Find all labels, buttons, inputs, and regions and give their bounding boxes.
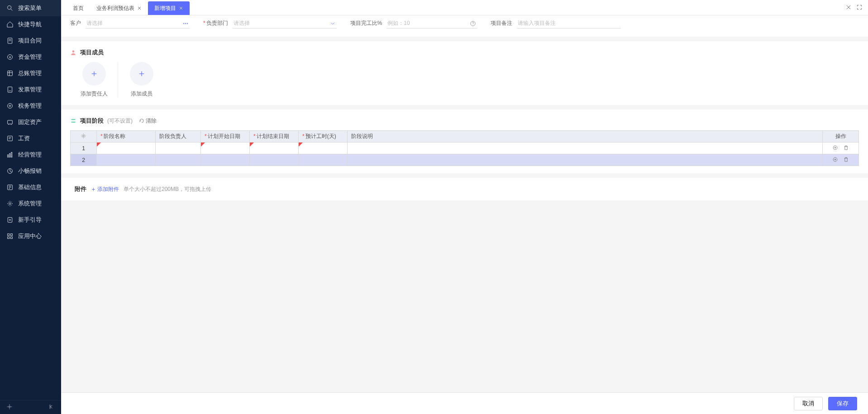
svg-rect-52 xyxy=(71,122,75,123)
delete-row-icon[interactable] xyxy=(841,157,851,164)
cell-stage-desc[interactable] xyxy=(348,154,823,166)
table-row[interactable]: 1 xyxy=(71,143,859,154)
sidebar-item-system[interactable]: 系统管理 xyxy=(0,195,61,212)
sidebar-item-label: 资金管理 xyxy=(18,53,42,61)
salary-icon xyxy=(6,135,14,142)
cell-stage-name[interactable] xyxy=(97,154,156,166)
sidebar-item-tax[interactable]: 税务管理 xyxy=(0,98,61,114)
add-attachment-button[interactable]: 添加附件 xyxy=(91,186,119,193)
tab-profit-estimate[interactable]: 业务利润预估表 xyxy=(90,1,148,15)
field-progress: 项目完工比% xyxy=(350,18,477,29)
field-label: 项目完工比% xyxy=(350,19,382,27)
cell-stage-name[interactable] xyxy=(97,143,156,154)
panel-attachments: 附件 添加附件 单个大小不超过200MB，可拖拽上传 xyxy=(61,178,868,200)
tab-new-project[interactable]: 新增项目 xyxy=(148,1,190,15)
svg-rect-10 xyxy=(8,87,12,92)
sidebar-item-fund[interactable]: ¥ 资金管理 xyxy=(0,49,61,65)
sidebar-item-search[interactable]: 搜索菜单 xyxy=(0,0,61,16)
sidebar-item-invoice[interactable]: 发票管理 xyxy=(0,81,61,98)
main: 首页 业务利润预估表 新增项目 客户 *负责部门 xyxy=(61,0,868,414)
collapse-icon[interactable] xyxy=(48,404,55,411)
chevron-down-icon[interactable] xyxy=(329,20,336,27)
cell-plan-start[interactable] xyxy=(201,154,250,166)
field-label: 项目备注 xyxy=(491,19,512,27)
panel-title: 项目成员 xyxy=(80,48,104,57)
sidebar-item-ledger[interactable]: 总账管理 xyxy=(0,65,61,81)
cell-plan-end[interactable] xyxy=(250,154,299,166)
money-icon: ¥ xyxy=(6,53,14,61)
panel-head: 附件 添加附件 单个大小不超过200MB，可拖拽上传 xyxy=(70,185,859,193)
more-icon[interactable] xyxy=(182,20,189,27)
row-index: 1 xyxy=(71,143,97,154)
col-stage-name: *阶段名称 xyxy=(97,131,156,143)
svg-rect-32 xyxy=(10,237,12,238)
help-icon[interactable] xyxy=(470,20,476,27)
required-marker xyxy=(250,143,254,147)
add-row-icon[interactable] xyxy=(830,146,840,152)
svg-text:¥: ¥ xyxy=(9,56,11,59)
required-marker xyxy=(97,143,101,147)
guide-icon xyxy=(6,216,14,224)
delete-row-icon[interactable] xyxy=(841,146,851,152)
sidebar-item-asset[interactable]: 固定资产 xyxy=(0,114,61,130)
sidebar-item-label: 小畅报销 xyxy=(18,167,42,175)
save-button[interactable]: 保存 xyxy=(828,397,857,410)
close-icon[interactable] xyxy=(137,6,142,10)
cell-plan-end[interactable] xyxy=(250,143,299,154)
settings-icon[interactable] xyxy=(6,404,13,411)
gear-icon xyxy=(81,134,86,140)
svg-rect-12 xyxy=(8,120,13,124)
app-icon xyxy=(6,233,14,240)
sidebar-item-salary[interactable]: 工资 xyxy=(0,130,61,147)
col-plan-end: *计划结束日期 xyxy=(250,131,299,143)
table-row[interactable]: 2 xyxy=(71,154,859,166)
cancel-button[interactable]: 取消 xyxy=(794,397,823,410)
sidebar-item-label: 项目合同 xyxy=(18,37,42,45)
sidebar-item-appcenter[interactable]: 应用中心 xyxy=(0,228,61,244)
sidebar-item-label: 固定资产 xyxy=(18,118,42,126)
tab-home[interactable]: 首页 xyxy=(67,1,90,15)
close-icon[interactable] xyxy=(179,6,183,10)
svg-point-45 xyxy=(473,24,473,25)
remark-input[interactable] xyxy=(517,18,621,29)
stage-icon xyxy=(70,118,76,124)
sidebar-item-report[interactable]: 小畅报销 xyxy=(0,163,61,179)
cell-est-hours[interactable] xyxy=(299,143,348,154)
progress-input[interactable] xyxy=(386,18,477,29)
form-row: 客户 *负责部门 项目完工比% xyxy=(61,15,868,37)
add-owner-button[interactable] xyxy=(82,62,106,86)
manage-icon xyxy=(6,151,14,158)
col-settings[interactable] xyxy=(71,131,97,143)
field-remark: 项目备注 xyxy=(491,18,621,29)
sidebar: 搜索菜单 快捷导航 项目合同 ¥ 资金管理 总账管理 发票管理 税务管理 固定资 xyxy=(0,0,61,414)
sidebar-item-baseinfo[interactable]: 基础信息 xyxy=(0,179,61,195)
add-owner-label: 添加责任人 xyxy=(81,90,108,98)
add-member-button[interactable] xyxy=(130,62,153,86)
cell-est-hours[interactable] xyxy=(299,154,348,166)
add-row-icon[interactable] xyxy=(830,157,840,164)
close-panel-icon[interactable] xyxy=(845,4,852,12)
sidebar-item-contract[interactable]: 项目合同 xyxy=(0,33,61,49)
cell-stage-desc[interactable] xyxy=(348,143,823,154)
sidebar-item-label: 快捷导航 xyxy=(18,20,42,29)
asset-icon xyxy=(6,119,14,126)
sidebar-footer xyxy=(0,400,61,414)
sidebar-item-quicknav[interactable]: 快捷导航 xyxy=(0,16,61,33)
clear-stages-button[interactable]: 清除 xyxy=(139,117,157,125)
cell-stage-person[interactable] xyxy=(156,143,201,154)
cell-stage-person[interactable] xyxy=(156,154,201,166)
cell-ops xyxy=(823,143,859,154)
svg-rect-31 xyxy=(8,237,10,238)
sidebar-item-label: 发票管理 xyxy=(18,86,42,94)
svg-point-46 xyxy=(72,50,75,52)
cell-plan-start[interactable] xyxy=(201,143,250,154)
department-select[interactable] xyxy=(233,18,337,29)
fullscreen-icon[interactable] xyxy=(856,4,863,12)
sidebar-item-manage[interactable]: 经营管理 xyxy=(0,147,61,163)
sidebar-item-guide[interactable]: 新手引导 xyxy=(0,212,61,228)
customer-input[interactable] xyxy=(86,18,190,29)
col-plan-start: *计划开始日期 xyxy=(201,131,250,143)
tab-label: 新增项目 xyxy=(154,5,176,12)
svg-rect-20 xyxy=(11,152,12,157)
sidebar-item-label: 搜索菜单 xyxy=(18,4,42,12)
